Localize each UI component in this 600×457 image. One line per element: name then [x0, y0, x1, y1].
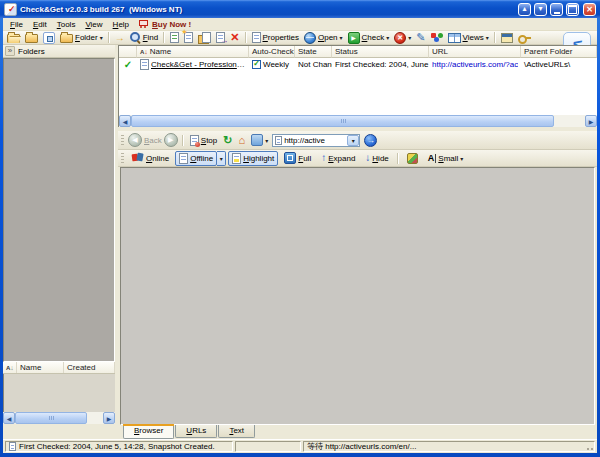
status-page-icon [9, 442, 16, 451]
move-button[interactable] [214, 31, 227, 45]
views-dropdown-button[interactable]: Views [446, 31, 491, 45]
full-view-icon [284, 152, 296, 164]
close-button[interactable] [583, 3, 596, 16]
menu-view[interactable]: View [80, 19, 107, 30]
menu-file[interactable]: File [5, 19, 28, 30]
scroll-thumb[interactable] [131, 115, 554, 127]
col-indicator[interactable] [119, 46, 137, 58]
auto-check-value: Weekly [263, 60, 289, 69]
go-icon [364, 134, 377, 147]
scroll-left-button[interactable] [119, 115, 131, 127]
address-input[interactable]: http://active [284, 136, 345, 145]
tab-text[interactable]: Text [218, 425, 255, 438]
resize-grip[interactable] [585, 442, 593, 450]
rolldown-button[interactable] [534, 3, 547, 16]
col-auto-check[interactable]: Auto-Check [249, 46, 295, 58]
client-area: File Edit Tools View Help Buy Now ! Fold… [3, 18, 597, 453]
pencil-icon [416, 32, 425, 43]
scroll-track[interactable] [554, 115, 585, 127]
offline-dropdown-button[interactable] [217, 151, 226, 166]
page-icon [275, 136, 282, 145]
menu-edit[interactable]: Edit [28, 19, 52, 30]
move-icon [216, 32, 225, 43]
toolbar-grip[interactable] [121, 153, 124, 164]
mini-list-header: Name Created [3, 362, 115, 374]
col-status[interactable]: Status [332, 46, 429, 58]
main-region: Folders Name Created [3, 45, 597, 439]
up-level-button[interactable] [41, 31, 57, 45]
check-dropdown-button[interactable]: Check [346, 31, 392, 45]
snapshot-dropdown-button[interactable] [249, 133, 270, 147]
key-icon [518, 31, 532, 44]
colorize-button[interactable] [403, 151, 422, 166]
title-bar[interactable]: Check&Get v2.0.3 build 267 (Windows NT) [0, 0, 600, 18]
scroll-right-button[interactable] [585, 115, 597, 127]
layout-button[interactable] [499, 31, 515, 45]
scroll-thumb[interactable] [15, 412, 87, 424]
find-button[interactable]: Find [128, 31, 161, 45]
new-item-button[interactable] [196, 31, 213, 45]
scroll-track[interactable] [87, 412, 103, 424]
folders-panel-header[interactable]: Folders [3, 45, 115, 58]
go-button[interactable] [362, 133, 379, 147]
tab-browser[interactable]: Browser [123, 425, 174, 439]
colors-button[interactable] [429, 31, 445, 45]
font-size-dropdown-button[interactable]: Small [424, 152, 468, 165]
bookmark-name-link[interactable]: Check&Get - Professional Bookmark... [151, 60, 246, 69]
chevron-right-icon[interactable] [5, 46, 15, 56]
address-combobox[interactable]: http://active [272, 134, 360, 147]
highlight-button[interactable]: Highlight [228, 151, 278, 166]
full-button[interactable]: Full [280, 150, 315, 166]
menu-help[interactable]: Help [108, 19, 134, 30]
address-dropdown-button[interactable] [347, 135, 359, 146]
delete-button[interactable] [228, 31, 241, 45]
menu-tools[interactable]: Tools [52, 19, 81, 30]
back-icon[interactable] [128, 133, 142, 147]
mini-sort-header[interactable] [3, 362, 17, 373]
checkbox-checked[interactable] [252, 60, 261, 69]
open-dropdown-button[interactable]: Open [302, 31, 345, 45]
license-button[interactable] [516, 31, 534, 45]
row-parent-folder-cell: \ActiveURLs\ [521, 58, 597, 71]
app-icon [4, 3, 17, 16]
folder-dropdown-button[interactable]: Folder [58, 31, 105, 45]
hide-button[interactable]: Hide [361, 151, 392, 165]
col-parent-folder[interactable]: Parent Folder [521, 46, 597, 58]
mini-col-name[interactable]: Name [17, 362, 64, 373]
col-name[interactable]: Name [137, 46, 249, 58]
scroll-left-button[interactable] [3, 412, 15, 424]
chevron-down-icon [408, 33, 411, 42]
expand-button[interactable]: Expand [317, 151, 359, 165]
forward-icon[interactable] [164, 133, 178, 147]
tab-urls[interactable]: URLs [175, 425, 217, 438]
goto-button[interactable] [113, 31, 127, 45]
paste-button[interactable] [168, 31, 181, 45]
toolbar-grip[interactable] [121, 135, 124, 146]
minimize-button[interactable] [550, 3, 563, 16]
col-state[interactable]: State [295, 46, 332, 58]
rollup-button[interactable] [518, 3, 531, 16]
mini-list-body[interactable] [3, 374, 115, 412]
maximize-button[interactable] [566, 3, 579, 16]
open-folder-button[interactable] [5, 31, 22, 45]
folders-tree[interactable] [3, 58, 115, 362]
browser-stop-button[interactable]: Stop [188, 133, 219, 147]
properties-button[interactable]: Properties [250, 31, 301, 45]
refresh-button[interactable] [221, 133, 234, 147]
col-url[interactable]: URL [429, 46, 521, 58]
new-bookmark-button[interactable] [182, 31, 195, 45]
edit-button[interactable] [414, 31, 427, 45]
row-name-cell[interactable]: Check&Get - Professional Bookmark... [137, 58, 249, 71]
mini-col-created[interactable]: Created [64, 362, 115, 373]
stop-dropdown-button[interactable] [392, 31, 413, 45]
toolbar-separator [245, 32, 247, 43]
new-folder-button[interactable] [23, 31, 40, 45]
offline-button[interactable]: Offline [175, 151, 217, 166]
online-button[interactable]: Online [128, 150, 173, 166]
url-link[interactable]: http://activeurls.com/?act=home [432, 60, 518, 69]
back-label[interactable]: Back [144, 136, 162, 145]
toolbar-separator [397, 153, 399, 164]
scroll-right-button[interactable] [103, 412, 115, 424]
table-row[interactable]: Check&Get - Professional Bookmark... Wee… [119, 58, 597, 71]
home-button[interactable] [236, 133, 247, 147]
